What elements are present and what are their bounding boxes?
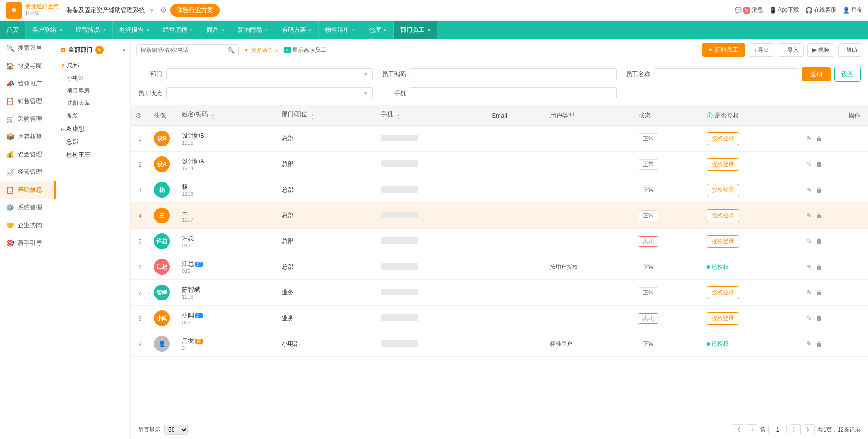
dept-item-project[interactable]: 项目库房 — [56, 84, 130, 97]
dept-item-peihuo[interactable]: 配货 — [56, 110, 130, 122]
close-icon[interactable]: × — [103, 27, 105, 33]
export-button[interactable]: ↑ 导出 — [749, 43, 774, 57]
show-resigned-toggle[interactable]: ✓ 显示离职员工 — [284, 46, 326, 54]
sidebar-item-nav[interactable]: 🏠 快捷导航 — [0, 57, 56, 75]
empcode-input[interactable] — [410, 68, 617, 80]
message-button[interactable]: 💬 5 消息 — [735, 6, 763, 14]
edit-icon[interactable]: ✎ — [806, 186, 812, 194]
page-number-input[interactable] — [768, 425, 787, 434]
trial-button[interactable]: 体验行业方案 — [170, 4, 220, 17]
last-page-button[interactable]: 》 — [804, 424, 815, 435]
sidebar-item-guide[interactable]: 🎯 新手引导 — [0, 234, 56, 252]
edit-icon[interactable]: ✎ — [806, 237, 812, 245]
sidebar-item-basic-info[interactable]: 📋 基础信息 — [0, 181, 56, 199]
sidebar-item-marketing[interactable]: 📣 营销推广 — [0, 75, 56, 92]
th-dept[interactable]: 部门/职位 ▲▼ — [277, 105, 377, 126]
tab-customer[interactable]: 客户联络× — [26, 21, 69, 39]
video-button[interactable]: ▶ 视频 — [807, 43, 834, 57]
dept-item-shenyang[interactable]: 沈阳大库 — [56, 97, 130, 110]
close-icon[interactable]: × — [265, 27, 268, 33]
dept-group-title-shuangxuxiang[interactable]: ▶ 双虚想 — [56, 122, 130, 135]
edit-icon[interactable]: ✎ — [806, 263, 812, 271]
close-icon[interactable]: × — [146, 27, 149, 33]
search-button[interactable]: 查询 — [802, 67, 831, 81]
tab-warehouse[interactable]: 仓库× — [362, 21, 394, 39]
tab-operations[interactable]: 经营情况× — [69, 21, 112, 39]
delete-icon[interactable]: 🗑 — [816, 237, 822, 245]
add-employee-button[interactable]: + 新增员工 — [702, 43, 745, 57]
delete-icon[interactable]: 🗑 — [816, 160, 822, 168]
settings-gear-icon[interactable]: ⚙ — [135, 111, 141, 119]
app-download-button[interactable]: 📱 App下载 — [770, 6, 799, 14]
user-avatar-button[interactable]: 👤 用友 — [843, 6, 862, 14]
close-icon[interactable]: × — [309, 27, 312, 33]
search-box[interactable]: 🔍 — [136, 44, 239, 56]
tab-profit[interactable]: 利润报告× — [113, 21, 156, 39]
empstatus-select[interactable]: ▼ — [166, 87, 373, 99]
sidebar-item-collab[interactable]: 🤝 企业协同 — [0, 216, 56, 234]
online-service-button[interactable]: 🎧 在线客服 — [806, 6, 836, 14]
edit-icon[interactable]: ✎ — [806, 314, 812, 322]
dept-select[interactable]: ▼ — [166, 68, 373, 80]
sidebar-item-finance[interactable]: 💰 资金管理 — [0, 146, 56, 163]
close-icon[interactable]: × — [190, 27, 193, 33]
phone-input[interactable] — [410, 87, 617, 99]
settings-button[interactable]: 设置 — [834, 67, 861, 82]
th-settings[interactable]: ⚙ — [131, 105, 149, 126]
delete-icon[interactable]: 🗑 — [816, 289, 822, 296]
dept-group-title-zhishu[interactable]: 植树王三 — [56, 148, 130, 161]
more-conditions-button[interactable]: ▼ 更多条件 ∧ — [243, 46, 279, 54]
sidebar-item-inventory[interactable]: 📦 库存核算 — [0, 128, 56, 146]
tab-add-goods[interactable]: 新增商品× — [231, 21, 275, 39]
th-name[interactable]: 姓名/编码 ▲▼ — [177, 105, 277, 126]
prev-page-button[interactable]: 〈 — [746, 424, 757, 435]
auth-login-button[interactable]: 授权登录 — [707, 184, 739, 196]
next-page-button[interactable]: 〉 — [790, 424, 801, 435]
delete-icon[interactable]: 🗑 — [816, 135, 822, 142]
sidebar-item-management[interactable]: 📈 经营管理 — [0, 163, 56, 181]
close-icon[interactable]: × — [222, 27, 224, 33]
sidebar-item-purchase[interactable]: 🛒 采购管理 — [0, 110, 56, 128]
auth-login-button[interactable]: 授权登录 — [707, 158, 739, 171]
tab-history[interactable]: 经营历程× — [156, 21, 200, 39]
sidebar-item-system[interactable]: ⚙️ 系统管理 — [0, 199, 56, 216]
help-button[interactable]: | 帮助 — [838, 43, 862, 57]
dept-group-title-zongbu[interactable]: ▼ 总部 — [56, 59, 130, 72]
dropdown-arrow-icon[interactable]: ▼ — [149, 7, 154, 14]
edit-icon[interactable]: ✎ — [806, 340, 812, 348]
delete-icon[interactable]: 🗑 — [816, 212, 822, 219]
edit-icon[interactable]: ✎ — [806, 135, 812, 142]
auth-login-button[interactable]: 授权登录 — [707, 209, 739, 222]
auth-login-button[interactable]: 授权登录 — [707, 286, 739, 299]
tab-employees[interactable]: 部门员工× — [394, 21, 437, 39]
settings-icon[interactable]: ⚙ — [160, 6, 167, 14]
sidebar-item-search[interactable]: 🔍 搜索菜单 — [0, 39, 56, 57]
delete-icon[interactable]: 🗑 — [816, 340, 822, 348]
tab-bom[interactable]: 物料清单× — [319, 21, 362, 39]
th-phone[interactable]: 手机 ▲▼ — [376, 105, 487, 126]
tab-goods[interactable]: 商品× — [200, 21, 231, 39]
delete-icon[interactable]: 🗑 — [816, 186, 822, 194]
edit-icon[interactable]: ✎ — [806, 212, 812, 219]
close-icon[interactable]: × — [352, 27, 355, 33]
dept-group-title-zongbu2[interactable]: 总部 — [56, 135, 130, 148]
import-button[interactable]: ↓ 导入 — [778, 43, 804, 57]
search-input[interactable] — [140, 47, 224, 53]
delete-icon[interactable]: 🗑 — [816, 314, 822, 322]
sidebar-item-sales[interactable]: 📋 销售管理 — [0, 92, 56, 110]
dept-edit-icon[interactable]: ✎ — [95, 46, 104, 54]
auth-login-button[interactable]: 授权登录 — [707, 312, 739, 325]
dept-item-xiaodian[interactable]: 小电部 — [56, 72, 130, 84]
auth-login-button[interactable]: 授权登录 — [707, 235, 739, 248]
tab-barcode[interactable]: 条码方案× — [275, 21, 319, 39]
delete-icon[interactable]: 🗑 — [816, 263, 822, 271]
empname-input[interactable] — [654, 68, 798, 80]
close-icon[interactable]: × — [384, 27, 387, 33]
close-icon[interactable]: × — [59, 27, 62, 33]
first-page-button[interactable]: 《 — [732, 424, 743, 435]
tab-home[interactable]: 首页 — [0, 21, 26, 39]
edit-icon[interactable]: ✎ — [806, 160, 812, 168]
dept-collapse-button[interactable]: « — [122, 47, 125, 53]
close-icon[interactable]: × — [427, 27, 430, 33]
auth-login-button[interactable]: 授权登录 — [707, 132, 739, 145]
